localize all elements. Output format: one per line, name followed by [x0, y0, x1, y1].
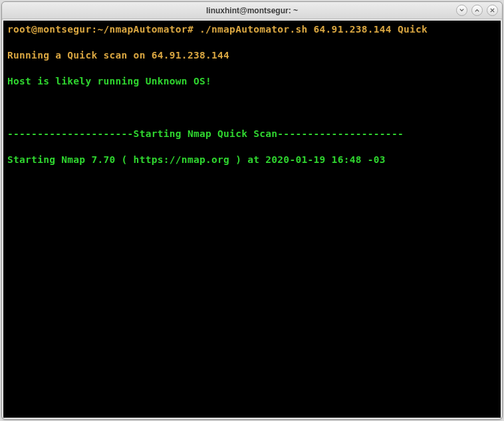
prompt-line: root@montsegur:~/nmapAutomator# ./nmapAu… [7, 23, 497, 37]
maximize-button[interactable] [471, 5, 483, 16]
divider-line: ---------------------Starting Nmap Quick… [7, 128, 497, 141]
nmap-start-line: Starting Nmap 7.70 ( https://nmap.org ) … [7, 154, 497, 167]
blank-line [7, 101, 497, 114]
close-button[interactable] [487, 5, 498, 16]
maximize-icon [474, 7, 480, 13]
blank-line [7, 37, 497, 50]
host-os-line: Host is likely running Unknown OS! [7, 75, 497, 88]
terminal-window: linuxhint@montsegur: ~ root@montsegur:~/… [1, 1, 503, 420]
blank-line [7, 114, 497, 128]
window-controls [456, 5, 498, 16]
minimize-button[interactable] [456, 5, 467, 16]
blank-line [7, 140, 497, 154]
blank-line [7, 63, 497, 76]
running-line: Running a Quick scan on 64.91.238.144 [7, 49, 497, 63]
minimize-icon [459, 7, 465, 13]
titlebar[interactable]: linuxhint@montsegur: ~ [2, 2, 502, 19]
prompt-text: root@montsegur:~/nmapAutomator# [7, 24, 199, 35]
close-icon [489, 7, 495, 13]
blank-line [7, 88, 497, 102]
window-title: linuxhint@montsegur: ~ [2, 6, 502, 15]
terminal-viewport[interactable]: root@montsegur:~/nmapAutomator# ./nmapAu… [3, 21, 501, 418]
command-text: ./nmapAutomator.sh 64.91.238.144 Quick [199, 24, 428, 35]
